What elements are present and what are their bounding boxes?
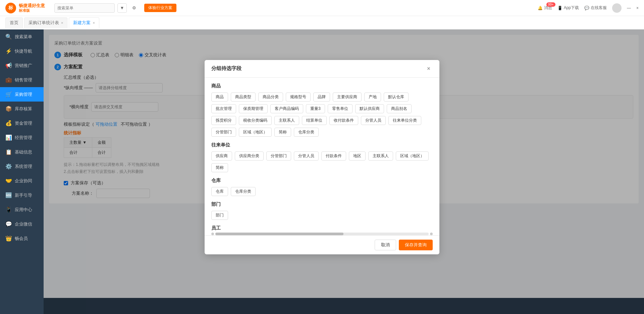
service-item[interactable]: 💬 在线客服 [584,5,607,11]
header-right: 🔔 消息 99+ 📱 App下载 💬 在线客服 — × [538,3,639,13]
tag-region-area[interactable]: 区域（地区） [396,151,429,161]
tag-payment-terms[interactable]: 收付款条件 [329,116,358,125]
sidebar-item-finance[interactable]: 💰 资金管理 [0,116,44,130]
tag-pick-points[interactable]: 拣货积分 [211,116,236,125]
section-warehouse-tags: 仓库 仓库分类 [211,187,433,196]
experience-button[interactable]: 体验行业方案 [144,4,176,12]
tab-close-purchase[interactable]: × [61,21,63,25]
sidebar-item-sales[interactable]: 💼 销售管理 [0,73,44,87]
section-counterpart: 往来单位 供应商 供应商分类 分管部门 分管人员 付款条件 地区 主联系人 区域… [211,142,433,172]
tag-warehouse-cat[interactable]: 仓库分类 [231,187,256,196]
sidebar-item-wechat[interactable]: 💬 企业微信 [0,217,44,231]
tag-retail-unit[interactable]: 零售单位 [328,104,353,113]
tag-product-type[interactable]: 商品类型 [231,92,256,102]
operations-icon: 📊 [5,134,12,141]
tag-weight[interactable]: 重量3 [306,104,325,113]
tag-tax-code[interactable]: 税收分类编码 [239,116,272,125]
minimize-button[interactable]: — [627,6,631,10]
tag-supplier[interactable]: 供应商 [211,151,232,161]
sidebar-item-purchase[interactable]: 🛒 采购管理 [0,87,44,102]
search-input[interactable] [54,3,115,13]
base-info-icon: 📋 [5,149,12,155]
avatar[interactable] [612,3,622,13]
tag-dept-managed-2[interactable]: 分管部门 [266,151,291,161]
confirm-button[interactable]: 保存并查询 [399,240,433,250]
section-warehouse: 仓库 仓库 仓库分类 [211,178,433,196]
section-product: 商品 商品 商品类型 商品分类 规格型号 品牌 主要供应商 产地 默认仓库 批次… [211,83,433,137]
section-warehouse-title: 仓库 [211,178,433,184]
tag-product-category[interactable]: 商品分类 [258,92,283,102]
tab-new-plan[interactable]: 新建方案 × [69,17,99,28]
cancel-button[interactable]: 取消 [375,240,396,250]
service-icon: 💬 [584,6,589,10]
sidebar-item-system[interactable]: ⚙️ 系统管理 [0,159,44,174]
sidebar-item-operations[interactable]: 📊 经营管理 [0,130,44,145]
modal-footer: 取消 保存并查询 [205,235,439,254]
tag-main-contact[interactable]: 主联系人 [274,116,299,125]
section-product-tags: 商品 商品类型 商品分类 规格型号 品牌 主要供应商 产地 默认仓库 批次管理 … [211,92,433,137]
tab-bar: 首页 采购订单统计表 × 新建方案 × [0,16,644,29]
sales-icon: 💼 [5,77,12,83]
quick-nav-icon: ⚡ [5,48,12,54]
section-dept-tags: 部门 [211,211,433,220]
system-icon: ⚙️ [5,163,12,170]
sidebar: 🔍 搜索菜单 ⚡ 快捷导航 📢 营销推广 💼 销售管理 🛒 采购管理 📦 库存核… [0,29,44,314]
modal-close-button[interactable]: × [425,65,433,73]
tag-brand[interactable]: 品牌 [313,92,330,102]
tag-customer-code[interactable]: 客户商品编码 [270,104,303,113]
sidebar-item-search[interactable]: 🔍 搜索菜单 [0,29,44,44]
tab-home[interactable]: 首页 [5,17,23,28]
tag-spec-model[interactable]: 规格型号 [286,92,311,102]
sidebar-item-member[interactable]: 👑 畅会员 [0,231,44,246]
cooperation-icon: 🤝 [5,178,12,184]
sidebar-item-quick-nav[interactable]: ⚡ 快捷导航 [0,44,44,58]
tag-region-product[interactable]: 区域（地区） [239,128,272,137]
tab-close-new-plan[interactable]: × [93,21,95,25]
bell-icon: 🔔 [538,6,543,10]
tag-default-warehouse[interactable]: 默认仓库 [384,92,409,102]
apps-icon: 📱 [5,206,12,213]
hscroll-track[interactable] [215,233,429,235]
tag-short-name[interactable]: 简称 [274,128,291,137]
tag-settlement-unit[interactable]: 结算单位 [302,116,327,125]
section-employee: 员工 业务员 [211,225,433,231]
tag-product-alias[interactable]: 商品别名 [387,104,412,113]
tag-origin[interactable]: 产地 [364,92,381,102]
tag-warehouse-category[interactable]: 仓库分类 [294,128,319,137]
tag-default-supplier[interactable]: 默认供应商 [355,104,384,113]
tag-warehouse[interactable]: 仓库 [211,187,228,196]
modal-title: 分组待选字段 [211,65,241,72]
tag-counterpart-category[interactable]: 往来单位分类 [388,116,421,125]
tag-expiry-mgmt[interactable]: 保质期管理 [239,104,268,113]
inventory-icon: 📦 [5,106,12,112]
tag-short-name-2[interactable]: 简称 [211,163,228,172]
notification-item[interactable]: 🔔 消息 99+ [538,5,552,11]
tag-region-2[interactable]: 地区 [349,151,366,161]
notification-badge: 99+ [546,2,555,7]
sidebar-item-base-info[interactable]: 📋 基础信息 [0,145,44,159]
logo-area: 标 畅捷通好生意 标准版 [5,3,49,13]
tag-batch-mgmt[interactable]: 批次管理 [211,104,236,113]
sidebar-item-apps[interactable]: 📱 应用中心 [0,202,44,217]
gear-icon[interactable]: ⚙ [129,3,139,13]
tag-dept-managed[interactable]: 分管部门 [211,128,236,137]
field-select-modal: 分组待选字段 × 商品 商品 商品类型 商品分类 规格型号 品牌 主要供应商 产… [205,60,439,254]
hscroll-thumb [215,233,343,235]
sidebar-item-marketing[interactable]: 📢 营销推广 [0,58,44,73]
dropdown-arrow[interactable]: ▼ [117,3,127,13]
tag-payment-terms-2[interactable]: 付款条件 [321,151,346,161]
close-button[interactable]: × [636,6,639,10]
tag-main-contact-2[interactable]: 主联系人 [368,151,393,161]
tag-manager[interactable]: 分管人员 [361,116,386,125]
tag-supplier-category[interactable]: 供应商分类 [235,151,264,161]
tag-manager-2[interactable]: 分管人员 [294,151,319,161]
tag-dept[interactable]: 部门 [211,211,228,220]
tag-product[interactable]: 商品 [211,92,228,102]
sidebar-item-cooperation[interactable]: 🤝 企业协同 [0,174,44,188]
sidebar-item-inventory[interactable]: 📦 库存核算 [0,102,44,116]
tab-purchase-stats[interactable]: 采购订单统计表 × [24,17,67,28]
tag-main-supplier[interactable]: 主要供应商 [333,92,362,102]
download-item[interactable]: 📱 App下载 [557,5,579,11]
hscroll-right [430,233,433,235]
sidebar-item-guide[interactable]: 🆕 新手引导 [0,188,44,202]
